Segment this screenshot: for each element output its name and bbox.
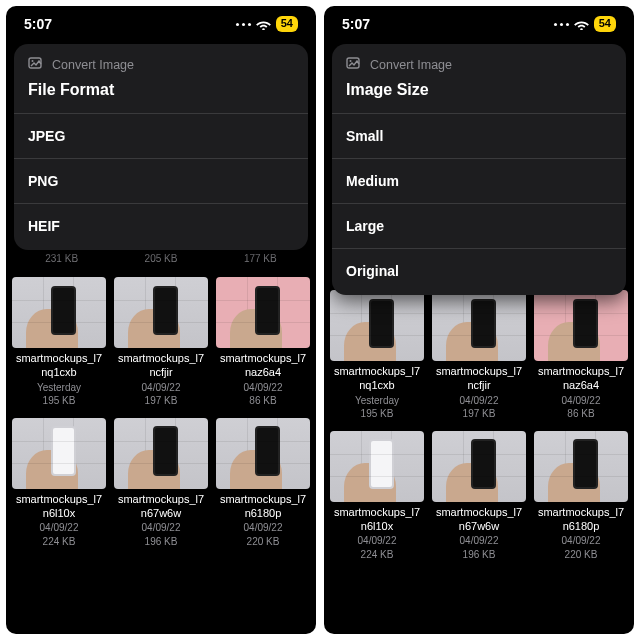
sheet-title: File Format	[14, 77, 308, 113]
file-name: smartmockups_l7ncfjir	[432, 365, 527, 393]
phone-right: 5:07 54 smartmockups_l7nq1cxbYesterday19…	[324, 6, 634, 634]
thumbnail	[330, 431, 425, 502]
file-meta: Yesterday195 KB	[12, 381, 107, 408]
file-meta: 04/09/22196 KB	[432, 534, 527, 561]
file-tile[interactable]: smartmockups_l7naz6a404/09/2286 KB	[216, 277, 311, 408]
thumbnail	[216, 277, 311, 348]
file-name: smartmockups_l7n6180p	[534, 506, 629, 534]
svg-rect-2	[347, 58, 359, 68]
option-png[interactable]: PNG	[14, 158, 308, 203]
file-meta: 04/09/2286 KB	[534, 394, 629, 421]
file-meta: 04/09/2286 KB	[216, 381, 311, 408]
option-large[interactable]: Large	[332, 203, 626, 248]
file-meta: 04/09/22224 KB	[12, 521, 107, 548]
thumbnail	[534, 290, 629, 361]
svg-rect-0	[29, 58, 41, 68]
file-meta: 04/09/22220 KB	[534, 534, 629, 561]
file-meta: Yesterday195 KB	[330, 394, 425, 421]
thumbnail	[114, 277, 209, 348]
file-tile[interactable]: smartmockups_l7n6l10x04/09/22224 KB	[330, 431, 425, 562]
sheet-title: Image Size	[332, 77, 626, 113]
file-tile[interactable]: smartmockups_l7nq1cxbYesterday195 KB	[330, 290, 425, 421]
file-tile[interactable]: smartmockups_l7n67w6w04/09/22196 KB	[114, 418, 209, 549]
file-name: smartmockups_l7n6l10x	[330, 506, 425, 534]
file-meta: 04/09/22224 KB	[330, 534, 425, 561]
file-name: smartmockups_l7ncfjir	[114, 352, 209, 380]
file-tile[interactable]: smartmockups_l7n6l10x04/09/22224 KB	[12, 418, 107, 549]
convert-sheet: Convert Image File Format JPEGPNGHEIF	[14, 44, 308, 250]
thumbnail	[12, 277, 107, 348]
file-tile[interactable]: smartmockups_l7ncfjir04/09/22197 KB	[114, 277, 209, 408]
file-name: smartmockups_l7naz6a4	[216, 352, 311, 380]
file-name: smartmockups_l7n67w6w	[432, 506, 527, 534]
file-meta: 04/09/22220 KB	[216, 521, 311, 548]
option-small[interactable]: Small	[332, 113, 626, 158]
thumbnail	[432, 431, 527, 502]
file-name: smartmockups_l7n6l10x	[12, 493, 107, 521]
sheet-header: Convert Image	[370, 58, 452, 72]
svg-point-1	[32, 60, 34, 62]
option-jpeg[interactable]: JPEG	[14, 113, 308, 158]
thumbnail	[432, 290, 527, 361]
file-tile[interactable]: smartmockups_l7n6180p04/09/22220 KB	[216, 418, 311, 549]
file-tile[interactable]: smartmockups_l7n6180p04/09/22220 KB	[534, 431, 629, 562]
sheet-header: Convert Image	[52, 58, 134, 72]
file-name: smartmockups_l7naz6a4	[534, 365, 629, 393]
file-tile[interactable]: smartmockups_l7nq1cxbYesterday195 KB	[12, 277, 107, 408]
file-meta: 04/09/22196 KB	[114, 521, 209, 548]
option-original[interactable]: Original	[332, 248, 626, 295]
thumbnail	[12, 418, 107, 489]
thumbnail	[216, 418, 311, 489]
option-medium[interactable]: Medium	[332, 158, 626, 203]
file-meta: 04/09/22197 KB	[114, 381, 209, 408]
thumbnail	[330, 290, 425, 361]
svg-point-3	[350, 60, 352, 62]
convert-icon	[28, 56, 44, 73]
file-tile[interactable]: smartmockups_l7n67w6w04/09/22196 KB	[432, 431, 527, 562]
file-tile[interactable]: smartmockups_l7naz6a404/09/2286 KB	[534, 290, 629, 421]
thumbnail	[114, 418, 209, 489]
file-name: smartmockups_l7nq1cxb	[330, 365, 425, 393]
file-name: smartmockups_l7n67w6w	[114, 493, 209, 521]
thumbnail	[534, 431, 629, 502]
file-name: smartmockups_l7n6180p	[216, 493, 311, 521]
file-name: smartmockups_l7nq1cxb	[12, 352, 107, 380]
file-meta: 04/09/22197 KB	[432, 394, 527, 421]
phone-left: 5:07 54 4:39 PM231 KB Yesterday205 KB Ye…	[6, 6, 316, 634]
convert-icon	[346, 56, 362, 73]
file-tile[interactable]: smartmockups_l7ncfjir04/09/22197 KB	[432, 290, 527, 421]
convert-sheet: Convert Image Image Size SmallMediumLarg…	[332, 44, 626, 295]
option-heif[interactable]: HEIF	[14, 203, 308, 250]
